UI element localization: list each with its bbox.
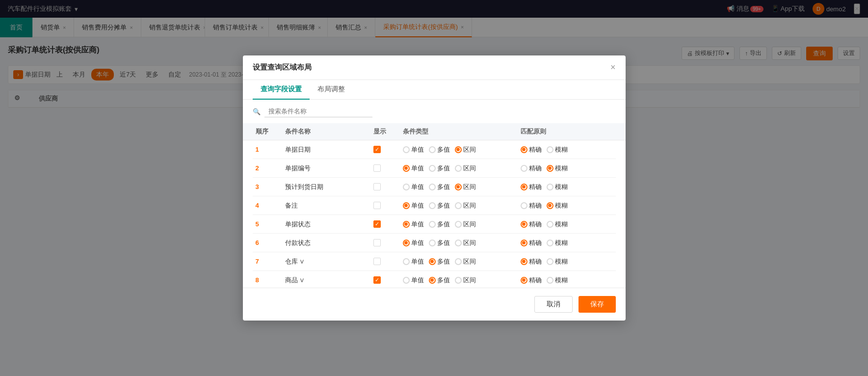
cond-name: 单据编号 xyxy=(282,161,370,176)
cond-type-group: 单值 多值 区间 xyxy=(400,161,518,176)
match-fuzzy[interactable]: 模糊 xyxy=(547,239,568,247)
match-fuzzy[interactable]: 模糊 xyxy=(547,145,568,154)
cancel-button[interactable]: 取消 xyxy=(534,296,573,313)
match-rule-group: 精确 模糊 xyxy=(518,198,616,213)
cond-type-multi[interactable]: 多值 xyxy=(429,183,450,191)
cond-type-multi[interactable]: 多值 xyxy=(429,145,450,154)
cond-type-single[interactable]: 单值 xyxy=(403,201,424,210)
cond-type-group: 单值 多值 区间 xyxy=(400,142,518,157)
match-exact[interactable]: 精确 xyxy=(521,145,542,154)
match-fuzzy[interactable]: 模糊 xyxy=(547,257,568,266)
cond-type-single[interactable]: 单值 xyxy=(403,220,424,229)
th-cond-type: 条件类型 xyxy=(400,123,518,140)
save-button[interactable]: 保存 xyxy=(579,296,616,313)
row-index: 5 xyxy=(256,220,259,228)
search-input[interactable] xyxy=(264,106,372,117)
row-index: 3 xyxy=(256,183,259,190)
cond-type-group: 单值 多值 区间 xyxy=(400,236,518,250)
match-exact[interactable]: 精确 xyxy=(521,201,542,210)
dialog-tabs: 查询字段设置 布局调整 xyxy=(243,80,626,100)
match-rule-group: 精确 模糊 xyxy=(518,254,616,269)
display-checkbox[interactable] xyxy=(373,183,381,190)
cond-name: 付款状态 xyxy=(282,236,370,250)
display-checkbox[interactable] xyxy=(373,220,381,228)
cond-type-group: 单值 多值 区间 xyxy=(400,180,518,194)
match-fuzzy[interactable]: 模糊 xyxy=(547,164,568,173)
match-rule-group: 精确 模糊 xyxy=(518,180,616,194)
cond-type-single[interactable]: 单值 xyxy=(403,257,424,266)
match-fuzzy[interactable]: 模糊 xyxy=(547,183,568,191)
cond-type-single[interactable]: 单值 xyxy=(403,183,424,191)
row-index: 8 xyxy=(256,276,259,284)
row-index: 4 xyxy=(256,202,259,209)
row-index: 2 xyxy=(256,164,259,172)
cond-type-multi[interactable]: 多值 xyxy=(429,239,450,247)
display-checkbox[interactable] xyxy=(373,239,381,246)
match-rule-group: 精确 模糊 xyxy=(518,142,616,157)
th-order: 顺序 xyxy=(253,123,282,140)
cond-type-range[interactable]: 区间 xyxy=(455,220,476,229)
match-exact[interactable]: 精确 xyxy=(521,239,542,247)
match-exact[interactable]: 精确 xyxy=(521,164,542,173)
dialog-footer: 取消 保存 xyxy=(243,288,626,321)
cond-type-range[interactable]: 区间 xyxy=(455,145,476,154)
dialog-search-area: 🔍 xyxy=(243,100,626,123)
cond-type-single[interactable]: 单值 xyxy=(403,239,424,247)
match-exact[interactable]: 精确 xyxy=(521,183,542,191)
cond-name: 备注 xyxy=(282,198,370,213)
display-checkbox[interactable] xyxy=(373,202,381,209)
table-row: 4备注 单值 多值 区间 精确 模糊 xyxy=(253,196,616,215)
cond-type-group: 单值 多值 区间 xyxy=(400,217,518,232)
table-row: 3预计到货日期 单值 多值 区间 精确 模糊 xyxy=(253,178,616,196)
th-cond-name: 条件名称 xyxy=(282,123,370,140)
cond-type-multi[interactable]: 多值 xyxy=(429,257,450,266)
tab-query-fields[interactable]: 查询字段设置 xyxy=(253,80,310,100)
table-row: 5单据状态 单值 多值 区间 精确 模糊 xyxy=(253,215,616,234)
table-row: 8商品 ∨ 单值 多值 区间 精确 模糊 xyxy=(253,271,616,288)
cond-type-range[interactable]: 区间 xyxy=(455,201,476,210)
row-index: 1 xyxy=(256,146,259,153)
cond-name: 预计到货日期 xyxy=(282,180,370,194)
cond-type-multi[interactable]: 多值 xyxy=(429,201,450,210)
cond-type-single[interactable]: 单值 xyxy=(403,145,424,154)
cond-type-range[interactable]: 区间 xyxy=(455,276,476,285)
cond-name: 单据状态 xyxy=(282,217,370,232)
match-fuzzy[interactable]: 模糊 xyxy=(547,276,568,285)
cond-name: 仓库 ∨ xyxy=(282,254,370,269)
table-row: 1单据日期 单值 多值 区间 精确 模糊 xyxy=(253,140,616,159)
display-checkbox[interactable] xyxy=(373,258,381,265)
dialog-table-body: 1单据日期 单值 多值 区间 精确 模糊 2单据编号 xyxy=(243,140,626,288)
display-checkbox[interactable] xyxy=(373,276,381,284)
match-exact[interactable]: 精确 xyxy=(521,257,542,266)
match-exact[interactable]: 精确 xyxy=(521,220,542,229)
table-row: 6付款状态 单值 多值 区间 精确 模糊 xyxy=(253,234,616,252)
match-rule-group: 精确 模糊 xyxy=(518,273,616,288)
cond-type-multi[interactable]: 多值 xyxy=(429,276,450,285)
match-rule-group: 精确 模糊 xyxy=(518,161,616,176)
match-exact[interactable]: 精确 xyxy=(521,276,542,285)
cond-type-multi[interactable]: 多值 xyxy=(429,164,450,173)
cond-type-single[interactable]: 单值 xyxy=(403,164,424,173)
display-checkbox[interactable] xyxy=(373,146,381,153)
dialog-close-button[interactable]: × xyxy=(610,62,616,73)
cond-type-group: 单值 多值 区间 xyxy=(400,273,518,288)
cond-type-range[interactable]: 区间 xyxy=(455,164,476,173)
cond-type-range[interactable]: 区间 xyxy=(455,239,476,247)
cond-type-multi[interactable]: 多值 xyxy=(429,220,450,229)
table-row: 2单据编号 单值 多值 区间 精确 模糊 xyxy=(253,159,616,178)
cond-type-range[interactable]: 区间 xyxy=(455,257,476,266)
row-index: 7 xyxy=(256,258,259,265)
cond-name: 单据日期 xyxy=(282,142,370,157)
cond-type-group: 单值 多值 区间 xyxy=(400,198,518,213)
display-checkbox[interactable] xyxy=(373,164,381,172)
dialog-title: 设置查询区域布局 xyxy=(253,63,312,72)
th-match-rule: 匹配原则 xyxy=(518,123,616,140)
match-fuzzy[interactable]: 模糊 xyxy=(547,220,568,229)
cond-name: 商品 ∨ xyxy=(282,273,370,288)
search-icon: 🔍 xyxy=(253,108,261,115)
cond-type-single[interactable]: 单值 xyxy=(403,276,424,285)
cond-type-range[interactable]: 区间 xyxy=(455,183,476,191)
tab-layout-adjust[interactable]: 布局调整 xyxy=(310,80,353,100)
match-fuzzy[interactable]: 模糊 xyxy=(547,201,568,210)
row-index: 6 xyxy=(256,239,259,246)
